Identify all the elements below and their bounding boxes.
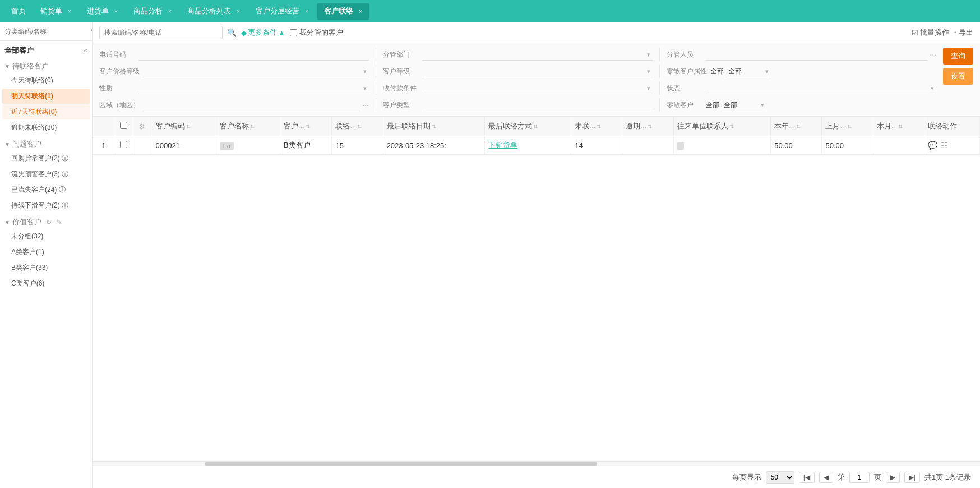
edit-icon[interactable]: ✎ <box>56 218 62 226</box>
divider2 <box>659 48 660 61</box>
cell-action: 💬 ☷ <box>924 136 979 155</box>
nav-tab-purchase[interactable]: 进货单 × <box>80 3 124 20</box>
sidebar-item-churn-warning[interactable]: 流失预警客户(3) ⓘ <box>2 167 90 182</box>
person-dots-icon[interactable]: ··· <box>930 50 936 59</box>
top-navigation: 首页 销货单 × 进货单 × 商品分析 × 商品分析列表 × 客户分层经营 × … <box>0 0 980 22</box>
person-input[interactable] <box>706 49 927 61</box>
nav-tab-product-analysis[interactable]: 商品分析 × <box>127 3 178 20</box>
sort-icon-lmonth[interactable]: ⇅ <box>847 123 852 130</box>
sort-icon-contact[interactable]: ⇅ <box>357 123 362 130</box>
sidebar-item-today[interactable]: 今天待联络(0) <box>2 73 90 88</box>
query-button[interactable]: 查询 <box>943 48 973 65</box>
cust-type-input[interactable] <box>422 99 653 111</box>
sidebar-all-customers[interactable]: 全部客户 « <box>0 41 92 58</box>
per-page-select[interactable]: 50 100 200 <box>766 471 794 484</box>
sidebar-group-problem[interactable]: ▼ 问题客户 <box>0 136 92 150</box>
nav-tab-customer-tier[interactable]: 客户分层经营 × <box>249 3 315 20</box>
refresh-icon[interactable]: ↻ <box>46 218 52 226</box>
my-customers-filter[interactable]: 我分管的客户 <box>290 27 343 38</box>
adv-filter-content: 电话号码 分管部门 <box>99 48 973 112</box>
status-select[interactable] <box>706 82 936 94</box>
grid-action-icon[interactable]: ☷ <box>941 141 948 150</box>
table-header: ⚙ 客户编码⇅ 客户名称⇅ 客户...⇅ 联络...⇅ 最后联络日期⇅ 最后联络… <box>93 117 980 136</box>
last-method-link[interactable]: 下销货单 <box>488 141 517 149</box>
th-last-month: 上月...⇅ <box>822 117 873 136</box>
my-customers-checkbox[interactable] <box>290 29 297 36</box>
nav-tab-product-list[interactable]: 商品分析列表 × <box>181 3 247 20</box>
filter-more-button[interactable]: ◆ 更多条件 ▲ <box>241 27 285 38</box>
adv-row-4: 区域（地区） ··· 客户类型 零散客户 全部 <box>99 98 936 112</box>
price-level-wrap <box>143 66 369 77</box>
retail-attr-wrap: 全部 <box>726 66 771 77</box>
cell-num: 1 <box>93 136 115 155</box>
sort-icon-method[interactable]: ⇅ <box>533 123 538 130</box>
cust-level-select[interactable] <box>422 66 653 77</box>
close-tab-customer-contact[interactable]: × <box>359 8 362 15</box>
nature-select[interactable] <box>138 82 369 94</box>
dept-select[interactable] <box>422 49 653 61</box>
page-input[interactable] <box>849 472 870 483</box>
sort-icon-month[interactable]: ⇅ <box>898 123 903 130</box>
nav-tab-sales[interactable]: 销货单 × <box>34 3 78 20</box>
sidebar-group-pending[interactable]: ▼ 待联络客户 <box>0 58 92 72</box>
sort-icon-code[interactable]: ⇅ <box>186 123 191 130</box>
page-label: 第 <box>838 472 845 482</box>
sidebar-item-class-a[interactable]: A类客户(1) <box>2 245 90 260</box>
sidebar-group-value[interactable]: ▼ 价值客户 ↻ ✎ <box>0 214 92 228</box>
select-all-checkbox[interactable] <box>120 122 127 129</box>
sort-icon-unit-contact[interactable]: ⇅ <box>729 123 734 130</box>
filter-search-input[interactable] <box>99 26 223 39</box>
close-tab-sales[interactable]: × <box>68 8 71 15</box>
sort-icon-year[interactable]: ⇅ <box>796 123 801 130</box>
th-action: 联络动作 <box>924 117 979 136</box>
row-actions: 💬 ☷ <box>928 141 976 150</box>
filter-search-button[interactable]: 🔍 <box>227 28 237 37</box>
cell-this-year: 50.00 <box>771 136 822 155</box>
horizontal-scrollbar[interactable] <box>93 461 980 466</box>
payment-select[interactable] <box>422 82 653 94</box>
close-tab-product-list[interactable]: × <box>237 8 240 15</box>
sidebar-item-class-b[interactable]: B类客户(33) <box>2 260 90 275</box>
set-button[interactable]: 设置 <box>943 68 973 85</box>
sidebar-item-7days[interactable]: 近7天待联络(0) <box>2 104 90 119</box>
sidebar-item-ungrouped[interactable]: 未分组(32) <box>2 229 90 244</box>
sort-icon-uncontacted[interactable]: ⇅ <box>597 123 601 130</box>
sidebar-search-input[interactable] <box>4 27 89 35</box>
first-page-button[interactable]: |◀ <box>799 472 815 483</box>
settings-gear-icon[interactable]: ⚙ <box>138 122 145 131</box>
retail-attr-select[interactable]: 全部 <box>726 66 771 77</box>
th-last-contact-date: 最后联络日期⇅ <box>383 117 485 136</box>
next-page-button[interactable]: ▶ <box>886 472 900 483</box>
cell-unit-contact <box>673 136 771 155</box>
close-tab-purchase[interactable]: × <box>114 8 118 15</box>
sidebar-item-overdue[interactable]: 逾期未联络(30) <box>2 120 90 135</box>
sort-icon-overdue[interactable]: ⇅ <box>648 123 652 130</box>
sort-icon-name[interactable]: ⇅ <box>250 123 255 130</box>
sidebar-item-churned[interactable]: 已流失客户(24) ⓘ <box>2 182 90 197</box>
sidebar-item-class-c[interactable]: C类客户(6) <box>2 276 90 291</box>
retail-cust-select[interactable]: 全部 <box>722 99 766 111</box>
adv-row-2: 客户价格等级 客户等级 <box>99 65 936 78</box>
export-button[interactable]: ↑ 导出 <box>954 27 974 38</box>
chat-action-icon[interactable]: 💬 <box>928 141 937 150</box>
divider <box>376 48 376 61</box>
row-checkbox[interactable] <box>120 141 127 148</box>
last-page-button[interactable]: ▶| <box>904 472 920 483</box>
region-dots-icon[interactable]: ··· <box>362 100 369 109</box>
sort-icon-type[interactable]: ⇅ <box>306 123 310 130</box>
prev-page-button[interactable]: ◀ <box>819 472 833 483</box>
batch-op-button[interactable]: ☑ 批量操作 <box>912 27 949 38</box>
close-tab-customer-tier[interactable]: × <box>305 8 308 15</box>
cell-uncontacted: 14 <box>571 136 622 155</box>
sidebar-item-tomorrow[interactable]: 明天待联络(1) <box>2 89 90 104</box>
scrollbar-thumb[interactable] <box>205 462 597 466</box>
price-level-select[interactable] <box>143 66 369 77</box>
phone-input[interactable] <box>138 49 369 61</box>
close-tab-product-analysis[interactable]: × <box>168 8 172 15</box>
sidebar-item-repurchase-abnormal[interactable]: 回购异常客户(2) ⓘ <box>2 151 90 166</box>
sort-icon-date[interactable]: ⇅ <box>432 123 436 130</box>
sidebar-item-declining[interactable]: 持续下滑客户(2) ⓘ <box>2 198 90 213</box>
nav-home[interactable]: 首页 <box>6 3 31 20</box>
nav-tab-customer-contact[interactable]: 客户联络 × <box>317 3 369 20</box>
region-input[interactable] <box>143 99 360 111</box>
